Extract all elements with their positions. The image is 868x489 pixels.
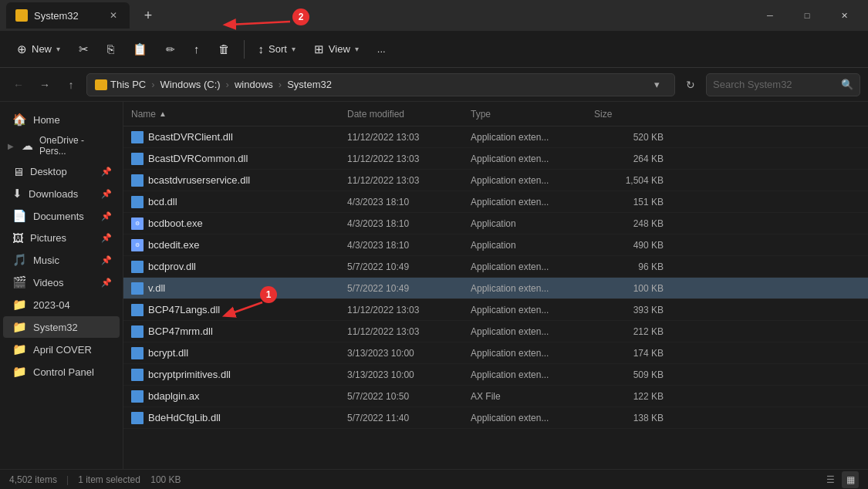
file-date: 11/12/2022 13:03 xyxy=(347,326,471,337)
table-row[interactable]: bcrypt.dll 3/13/2023 10:00 Application e… xyxy=(123,342,868,364)
sidebar-item-documents[interactable]: 📄 Documents 📌 xyxy=(3,205,120,227)
view-label: View xyxy=(329,43,350,55)
column-date[interactable]: Date modified xyxy=(347,109,471,120)
address-sep-1: › xyxy=(151,79,154,90)
dll-icon xyxy=(131,325,144,338)
file-name: bdaplgin.ax xyxy=(148,390,347,402)
sidebar-label-onedrive: OneDrive - Pers... xyxy=(39,135,112,157)
detail-view-button[interactable]: ▦ xyxy=(842,471,859,488)
downloads-icon: ⬇ xyxy=(12,187,22,201)
file-type-icon xyxy=(131,153,144,165)
address-dropdown-button[interactable]: ▾ xyxy=(647,75,667,95)
table-row[interactable]: BCP47Langs.dll 11/12/2022 13:03 Applicat… xyxy=(123,299,868,321)
tab-system32[interactable]: System32 ✕ xyxy=(6,2,130,29)
refresh-button[interactable]: ↻ xyxy=(680,74,701,96)
column-name[interactable]: Name ▲ xyxy=(131,109,347,120)
main-layout: 🏠 Home ▶ ☁ OneDrive - Pers... 🖥 Desktop … xyxy=(0,102,868,469)
sidebar-item-videos[interactable]: 🎬 Videos 📌 xyxy=(3,271,120,293)
view-button[interactable]: ⊞ View ▾ xyxy=(306,38,366,61)
table-row[interactable]: BCP47mrm.dll 11/12/2022 13:03 Applicatio… xyxy=(123,321,868,342)
videos-icon: 🎬 xyxy=(12,275,27,289)
paste-button[interactable]: 📋 xyxy=(125,38,155,61)
sidebar-item-2023-04[interactable]: 📁 2023-04 xyxy=(3,294,120,315)
pin-icon-pictures: 📌 xyxy=(101,233,112,243)
table-row[interactable]: bcryptprimitives.dll 3/13/2023 10:00 App… xyxy=(123,364,868,386)
file-size: 490 KB xyxy=(594,240,671,251)
column-size[interactable]: Size xyxy=(594,109,671,120)
home-icon: 🏠 xyxy=(12,113,27,126)
sidebar-label-april-cover: April COVER xyxy=(33,344,92,356)
table-row[interactable]: bcastdvruserservice.dll 11/12/2022 13:03… xyxy=(123,170,868,191)
rename-button[interactable]: ✏ xyxy=(158,39,183,60)
file-type-icon xyxy=(131,131,144,143)
new-button[interactable]: ⊕ New ▾ xyxy=(9,38,68,61)
sidebar-item-system32[interactable]: 📁 System32 xyxy=(3,316,120,338)
sidebar-item-home[interactable]: 🏠 Home xyxy=(3,109,120,130)
tab-close-button[interactable]: ✕ xyxy=(106,8,120,22)
back-button[interactable]: ← xyxy=(8,74,29,96)
toolbar: ⊕ New ▾ ✂ ⎘ 📋 ✏ ↑ 🗑 ↕ Sort ▾ ⊞ View ▾ ..… xyxy=(0,31,868,68)
sidebar-item-april-cover[interactable]: 📁 April COVER xyxy=(3,339,120,360)
table-row[interactable]: ⚙ bcdboot.exe 4/3/2023 18:10 Application… xyxy=(123,213,868,234)
file-size: 509 KB xyxy=(594,369,671,380)
address-bar[interactable]: This PC › Windows (C:) › windows › Syste… xyxy=(86,73,675,96)
dll-icon xyxy=(131,153,144,165)
tab-title: System32 xyxy=(34,10,79,22)
new-tab-button[interactable]: + xyxy=(136,3,160,28)
address-sep-3: › xyxy=(279,79,282,90)
close-button[interactable]: ✕ xyxy=(826,2,862,29)
table-row[interactable]: bdaplgin.ax 5/7/2022 10:50 AX File 122 K… xyxy=(123,386,868,407)
table-row[interactable]: BcastDVRClient.dll 11/12/2022 13:03 Appl… xyxy=(123,126,868,148)
list-view-button[interactable]: ☰ xyxy=(822,471,839,488)
table-row[interactable]: BdeHdCfgLib.dll 5/7/2022 11:40 Applicati… xyxy=(123,407,868,429)
dll-icon xyxy=(131,390,144,403)
table-row[interactable]: BcastDVRCommon.dll 11/12/2022 13:03 Appl… xyxy=(123,148,868,170)
sidebar-label-documents: Documents xyxy=(33,211,84,222)
file-type-icon xyxy=(131,282,144,295)
sidebar-item-pictures[interactable]: 🖼 Pictures 📌 xyxy=(3,228,120,248)
file-date: 4/3/2023 18:10 xyxy=(347,218,471,229)
file-rows-container: BcastDVRClient.dll 11/12/2022 13:03 Appl… xyxy=(123,126,868,429)
file-name: BcastDVRClient.dll xyxy=(148,131,347,143)
search-icon: 🔍 xyxy=(841,79,853,90)
forward-button[interactable]: → xyxy=(34,74,56,96)
search-box[interactable]: Search System32 🔍 xyxy=(706,73,860,96)
dll-icon xyxy=(131,347,144,359)
dll-icon xyxy=(131,131,144,143)
file-name: bcryptprimitives.dll xyxy=(148,369,347,380)
pictures-icon: 🖼 xyxy=(12,231,24,244)
sidebar-item-control-panel[interactable]: 📁 Control Panel xyxy=(3,361,120,383)
file-type-icon: ⚙ xyxy=(131,218,144,230)
dll-icon xyxy=(131,304,144,316)
column-type[interactable]: Type xyxy=(471,109,594,120)
table-row[interactable]: bcdprov.dll 5/7/2022 10:49 Application e… xyxy=(123,256,868,278)
delete-button[interactable]: 🗑 xyxy=(211,38,238,60)
addressbar-row: ← → ↑ This PC › Windows (C:) › windows ›… xyxy=(0,68,868,102)
sort-button[interactable]: ↕ Sort ▾ xyxy=(251,38,303,60)
file-type: Application exten... xyxy=(471,326,594,337)
table-row[interactable]: ⚙ bcdedit.exe 4/3/2023 18:10 Application… xyxy=(123,234,868,256)
sidebar-item-desktop[interactable]: 🖥 Desktop 📌 xyxy=(3,161,120,182)
file-date: 4/3/2023 18:10 xyxy=(347,240,471,251)
sidebar-item-downloads[interactable]: ⬇ Downloads 📌 xyxy=(3,183,120,204)
share-button[interactable]: ↑ xyxy=(186,38,208,60)
cut-button[interactable]: ✂ xyxy=(71,38,96,61)
maximize-button[interactable]: □ xyxy=(789,2,825,29)
up-button[interactable]: ↑ xyxy=(60,74,82,96)
sidebar-item-music[interactable]: 🎵 Music 📌 xyxy=(3,249,120,271)
file-size: 248 KB xyxy=(594,218,671,229)
table-row[interactable]: bcd.dll 4/3/2023 18:10 Application exten… xyxy=(123,191,868,213)
file-size: 138 KB xyxy=(594,413,671,423)
sidebar-item-onedrive[interactable]: ▶ ☁ OneDrive - Pers... xyxy=(3,131,120,160)
table-row[interactable]: v.dll 5/7/2022 10:49 Application exten..… xyxy=(123,278,868,299)
file-date: 3/13/2023 10:00 xyxy=(347,369,471,380)
sidebar-label-2023-04: 2023-04 xyxy=(33,299,70,311)
folder-icon-april: 📁 xyxy=(12,342,27,356)
file-type-icon xyxy=(131,261,144,273)
minimize-button[interactable]: ─ xyxy=(752,2,788,29)
file-type-icon xyxy=(131,347,144,359)
cut-icon: ✂ xyxy=(79,42,89,56)
copy-button[interactable]: ⎘ xyxy=(100,38,122,60)
file-type: Application exten... xyxy=(471,132,594,143)
more-button[interactable]: ... xyxy=(370,39,393,59)
